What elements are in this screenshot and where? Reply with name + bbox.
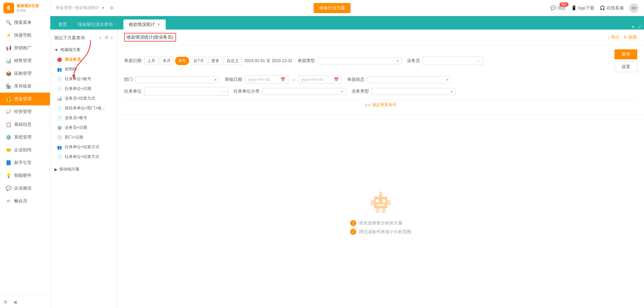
settings-icon[interactable]: ⚙	[110, 5, 114, 10]
counterpart-type-select[interactable]: ▾	[262, 88, 346, 95]
date-btn-custom[interactable]: 自定义	[224, 57, 242, 65]
refresh-label: 刷新	[629, 34, 637, 40]
tab-home[interactable]: 首页	[53, 19, 72, 30]
page-header-actions: ↑ 导出 ↻ 刷新	[607, 34, 638, 40]
collapse-icon[interactable]: ◀	[13, 299, 17, 305]
desktop-scheme-label: 电脑端方案	[60, 47, 80, 53]
sidebar-item-search[interactable]: 🔍 搜索菜单	[0, 16, 50, 29]
sidebar-item-quicknav[interactable]: ⚡ 快捷导航	[0, 29, 50, 42]
counterpart-select[interactable]: ···	[144, 87, 228, 96]
bill-status-select[interactable]: ▾	[367, 76, 451, 83]
query-btn[interactable]: 查询	[614, 49, 637, 59]
scheme-item-unit-dept-collect[interactable]: 📄 按往来单位+部门+收...	[50, 103, 117, 113]
dept-date-icon: 🕐	[57, 135, 62, 140]
scheme-item-unit-method1[interactable]: 👥 往来单位+结算方式	[50, 142, 117, 152]
cooperation-icon: 🤝	[5, 147, 11, 153]
sidebar-item-operations[interactable]: 📈 经营管理	[0, 105, 50, 118]
tab-fullscreen-icon[interactable]: ⤢	[638, 24, 641, 30]
review-date-to[interactable]: yyyy-mm-dd 📅	[298, 75, 342, 84]
salesperson-more-icon[interactable]: ···	[476, 58, 480, 63]
collapse-more-bar[interactable]: ∧∧ 收起更多条件	[124, 99, 637, 110]
desktop-scheme-title[interactable]: ▼ 电脑端方案	[50, 45, 117, 55]
sidebar-item-finance[interactable]: 💰 资金管理	[0, 93, 50, 105]
settings-icon[interactable]: ⚙	[3, 299, 8, 305]
mobile-scheme-section: ▶ 移动端方案	[50, 163, 117, 175]
scheme-item-unit-date[interactable]: 📄 往来单位+日期	[50, 84, 117, 94]
collapse-panel-btn[interactable]: «	[111, 35, 113, 41]
scheme-item-unit-account[interactable]: 📄 往来单位+账号	[50, 74, 117, 84]
bill-type-chevron: ▾	[397, 59, 398, 63]
sidebar-item-sales[interactable]: 📊 销售管理	[0, 54, 50, 67]
scheme-item-by-salesperson[interactable]: 🔴 按业务员	[50, 55, 117, 64]
scheme-item-unit-method2[interactable]: 📄 往来单位+结算方式	[50, 152, 117, 162]
try-industry-btn[interactable]: 体验行业方案	[314, 3, 351, 13]
online-service-btn[interactable]: 🎧 在线客服	[600, 5, 624, 11]
sidebar-navigation: 🔍 搜索菜单 ⚡ 快捷导航 📢 营销推广 📊 销售管理 📦 采购管理 🏪	[0, 16, 50, 296]
dropdown-icon[interactable]: ▾	[102, 5, 104, 10]
date-from: 2023-01-01	[245, 58, 265, 63]
export-btn[interactable]: ↑ 导出	[607, 34, 620, 40]
mobile-scheme-title[interactable]: ▶ 移动端方案	[50, 164, 117, 174]
left-panel-header: 按以下方案查询 ＋ ⚙ «	[50, 32, 117, 44]
svg-point-2	[376, 199, 379, 203]
sidebar-item-inventory[interactable]: 🏪 库存核算	[0, 80, 50, 93]
salesperson-filter: 业务员 ···	[407, 56, 483, 65]
sidebar-item-cooperation[interactable]: 🤝 企业协同	[0, 144, 50, 156]
sidebar-item-purchase[interactable]: 📦 采购管理	[0, 67, 50, 80]
sidebar-item-member[interactable]: ♾ 畅会员	[0, 195, 50, 207]
sidebar-item-wechat[interactable]: 💬 企业微信	[0, 182, 50, 195]
tab-receipt-stats-close[interactable]: ✕	[157, 22, 160, 27]
sidebar-item-operations-label: 经营管理	[14, 109, 32, 115]
sidebar-item-system-label: 系统管理	[14, 134, 32, 140]
sidebar-item-sales-label: 销售管理	[14, 58, 32, 64]
messages-btn[interactable]: 💬 消息 99+	[550, 5, 566, 11]
date-btn-this-month[interactable]: 本月	[160, 57, 174, 65]
date-btn-this-year[interactable]: 本年	[175, 57, 189, 65]
scheme-item-dept-date[interactable]: 🕐 部门+日期	[50, 133, 117, 142]
user-avatar[interactable]: Rit	[629, 3, 639, 13]
calendar-icon-1: 📅	[280, 77, 285, 82]
salesperson-account-icon: 📄	[57, 116, 62, 120]
tab-receipt-stats[interactable]: 收款情况统计 ✕	[123, 19, 166, 30]
tab-cash-flow[interactable]: 现金银行流水查询 ✕	[72, 19, 123, 30]
salesperson-select[interactable]: ···	[423, 56, 483, 65]
scheme-settings-icon[interactable]: ⚙	[105, 35, 109, 41]
svg-rect-9	[376, 208, 380, 213]
svg-rect-10	[382, 208, 386, 213]
step-1-text: 请先选择要分析的方案	[359, 220, 402, 226]
scheme-item-salesperson-method[interactable]: 📊 业务员+结算方式	[50, 94, 117, 103]
sidebar-item-guide[interactable]: 📘 新手引导	[0, 156, 50, 169]
date-btn-last-month[interactable]: 上月	[144, 57, 158, 65]
date-btn-last7days[interactable]: 近7天	[191, 57, 207, 65]
dept-select[interactable]: ▾	[136, 76, 219, 83]
review-date-from[interactable]: yyyy-mm-dd 📅	[245, 75, 288, 84]
biz-type-select[interactable]: ▾	[372, 88, 455, 95]
active-scheme-icon: 🔴	[57, 57, 62, 62]
counterpart-more-icon[interactable]: ···	[221, 89, 225, 94]
sidebar-item-marketing[interactable]: 📢 营销推广	[0, 42, 50, 54]
step-1-number: 1	[350, 220, 356, 226]
refresh-btn[interactable]: ↻ 刷新	[624, 34, 637, 40]
step-2-number: 2	[350, 229, 356, 235]
set-btn[interactable]: 设置	[614, 61, 637, 72]
scheme-item-salesperson-account[interactable]: 📄 业务员+账号	[50, 113, 117, 123]
sidebar-item-system[interactable]: ⚙️ 系统管理	[0, 131, 50, 144]
bill-type-select[interactable]: ▾	[318, 57, 401, 64]
sidebar-item-hardware[interactable]: 💡 智能硬件	[0, 169, 50, 182]
svg-rect-7	[371, 200, 374, 205]
date-btn-more[interactable]: 更多	[208, 57, 222, 65]
tab-close-all-icon[interactable]: ✕	[631, 24, 635, 30]
add-scheme-btn[interactable]: ＋	[98, 35, 103, 41]
tab-bar-right: ✕ ⤢	[631, 24, 641, 30]
breadcrumb: 资金管理 / 收款情况统计	[56, 5, 99, 11]
tab-cash-flow-close[interactable]: ✕	[115, 22, 118, 27]
sidebar-item-basicinfo[interactable]: 📋 基础信息	[0, 118, 50, 131]
bill-status-filter: 单据状态 ▾	[347, 76, 451, 83]
scheme-item-salesperson-date[interactable]: ⚙️ 业务员+日期	[50, 123, 117, 133]
query-buttons: 查询 设置	[614, 49, 637, 72]
scheme-item-by-detail[interactable]: 👥 按明细	[50, 64, 117, 74]
app-download-btn[interactable]: 📱 App下载	[571, 5, 594, 11]
service-label: 在线客服	[606, 5, 624, 11]
scheme-unit-date-label: 往来单位+日期	[65, 86, 91, 92]
page-title: 收款情况统计(按业务员)	[124, 33, 176, 42]
